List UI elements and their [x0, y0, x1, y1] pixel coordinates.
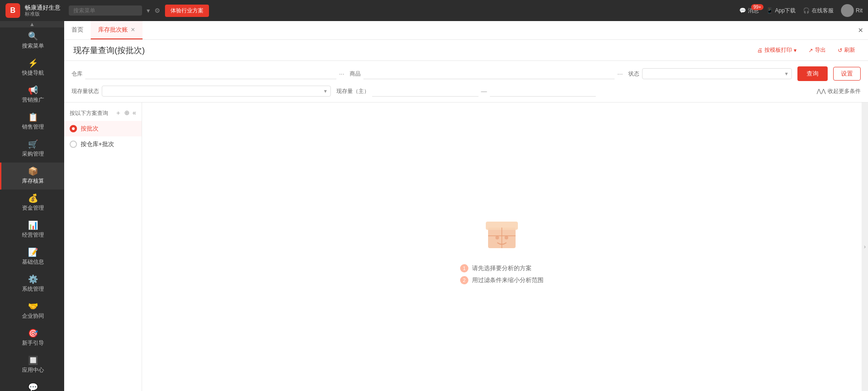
sidebar-item-purchase[interactable]: 🛒 采购管理 — [0, 136, 64, 163]
panel-close-icon[interactable]: ✕ — [858, 27, 863, 34]
scheme-panel-icons: ＋ ⊕ « — [115, 109, 136, 117]
sidebar-item-shortcut[interactable]: ⚡ 快捷导航 — [0, 54, 64, 81]
sidebar-label-finance: 资金管理 — [22, 204, 44, 212]
sidebar-label-shortcut: 快捷导航 — [22, 69, 44, 77]
sidebar-label-basic: 基础信息 — [22, 258, 44, 266]
sidebar-label-search: 搜索菜单 — [22, 42, 44, 50]
inventory-status-label: 现存量状态 — [71, 87, 99, 95]
box-icon: 📦 — [28, 167, 38, 175]
scheme-item-warehouse-batch[interactable]: 按仓库+批次 — [64, 136, 142, 152]
clipboard-icon: 📋 — [28, 113, 38, 121]
print-label: 按模板打印 — [764, 46, 792, 54]
qty-separator: — — [481, 88, 487, 95]
tab-home[interactable]: 首页 — [64, 21, 91, 39]
tab-bar: 首页 库存批次账 ✕ ✕ — [64, 21, 868, 40]
body-area: 按以下方案查询 ＋ ⊕ « 按批次 按仓库+批次 — [64, 103, 868, 391]
refresh-icon: ↺ — [838, 47, 842, 54]
status-select[interactable]: ▾ — [642, 68, 792, 79]
sidebar-item-operations[interactable]: 📊 经营管理 — [0, 217, 64, 244]
sidebar-item-enterprise[interactable]: 🤝 企业协同 — [0, 298, 64, 325]
filter-row-1: 仓库 ··· 商品 ··· 状态 ▾ 查询 设置 — [71, 66, 861, 81]
sidebar-item-search[interactable]: 🔍 搜索菜单 — [0, 27, 64, 54]
warehouse-field: 仓库 ··· — [71, 69, 344, 79]
messages-button[interactable]: 💬 消息 99+ — [739, 7, 759, 15]
tab-inventory-batch[interactable]: 库存批次账 ✕ — [91, 21, 143, 39]
sidebar-item-system[interactable]: ⚙️ 系统管理 — [0, 271, 64, 298]
content-area: 首页 库存批次账 ✕ ✕ 现存量查询(按批次) 🖨 按模板打印 ▾ ↗ — [64, 21, 868, 391]
sidebar-item-wechat[interactable]: 💬 企业微信 — [0, 379, 64, 391]
sidebar-label-purchase: 采购管理 — [22, 150, 44, 158]
manage-scheme-icon[interactable]: ⊕ — [124, 109, 130, 117]
grid-icon: 🔲 — [28, 356, 38, 364]
warehouse-more-icon[interactable]: ··· — [339, 70, 345, 77]
app-download-button[interactable]: 📱 App下载 — [766, 7, 796, 15]
topbar: B 畅康通好生意 标准版 ▾ ⚙ 体验行业方案 💬 消息 99+ 📱 App下载… — [0, 0, 868, 21]
status-dropdown-icon: ▾ — [785, 71, 788, 77]
try-industry-button[interactable]: 体验行业方案 — [165, 5, 209, 17]
search-dropdown-icon[interactable]: ▾ — [147, 7, 150, 14]
tab-close-icon[interactable]: ✕ — [131, 27, 135, 33]
inventory-status-field: 现存量状态 ▾ — [71, 86, 331, 97]
sidebar: ▲ 🔍 搜索菜单 ⚡ 快捷导航 📢 营销推广 📋 销售管理 🛒 采购管理 📦 库… — [0, 21, 64, 391]
sidebar-item-appstore[interactable]: 🔲 应用中心 — [0, 352, 64, 379]
sidebar-label-appstore: 应用中心 — [22, 366, 44, 374]
scheme-item-batch[interactable]: 按批次 — [64, 121, 142, 136]
megaphone-icon: 📢 — [28, 86, 38, 94]
query-button[interactable]: 查询 — [797, 66, 828, 81]
main-layout: ▲ 🔍 搜索菜单 ⚡ 快捷导航 📢 营销推广 📋 销售管理 🛒 采购管理 📦 库… — [0, 21, 868, 391]
settings-button[interactable]: 设置 — [833, 67, 861, 81]
app-logo: B — [5, 3, 20, 18]
warehouse-label: 仓库 — [71, 70, 82, 78]
page-header-actions: 🖨 按模板打印 ▾ ↗ 导出 ↺ 刷新 — [753, 44, 859, 56]
sidebar-item-finance[interactable]: 💰 资金管理 — [0, 190, 64, 217]
collapse-scheme-icon[interactable]: « — [132, 109, 136, 117]
gear-icon: ⚙️ — [28, 275, 38, 283]
warehouse-input[interactable] — [85, 69, 336, 79]
search-input[interactable] — [69, 5, 142, 16]
inventory-qty-label: 现存量（主） — [336, 87, 369, 95]
scheme-dot-gray — [70, 141, 77, 148]
search-icon: 🔍 — [28, 32, 38, 40]
page-title: 现存量查询(按批次) — [73, 45, 145, 56]
print-button[interactable]: 🖨 按模板打印 ▾ — [753, 44, 800, 56]
inventory-status-select[interactable]: ▾ — [102, 86, 331, 97]
refresh-button[interactable]: ↺ 刷新 — [834, 44, 859, 56]
collapse-button[interactable]: ⋀⋀ 收起更多条件 — [817, 87, 861, 95]
sidebar-item-marketing[interactable]: 📢 营销推广 — [0, 81, 64, 109]
online-support-label: 在线客服 — [812, 7, 834, 15]
sidebar-label-system: 系统管理 — [22, 285, 44, 293]
product-field: 商品 ··· — [350, 69, 622, 79]
printer-icon: 🖨 — [757, 47, 763, 54]
tip-num-2: 2 — [460, 276, 468, 284]
inventory-qty-min-input[interactable] — [372, 86, 478, 97]
sidebar-label-marketing: 营销推广 — [22, 96, 44, 104]
sidebar-item-basic[interactable]: 📝 基础信息 — [0, 244, 64, 271]
export-button[interactable]: ↗ 导出 — [805, 44, 830, 56]
add-scheme-icon[interactable]: ＋ — [115, 109, 121, 117]
filter-row-2: 现存量状态 ▾ 现存量（主） — ⋀⋀ 收起更多条件 — [71, 86, 861, 97]
right-collapse-panel[interactable]: › — [862, 103, 868, 391]
user-menu-button[interactable]: Rit — [841, 4, 863, 17]
sidebar-scroll-up[interactable]: ▲ — [0, 21, 64, 27]
sidebar-item-sales[interactable]: 📋 销售管理 — [0, 109, 64, 136]
sidebar-label-inventory: 库存核算 — [22, 177, 44, 185]
online-support-button[interactable]: 🎧 在线客服 — [803, 7, 834, 15]
inventory-qty-max-input[interactable] — [490, 86, 596, 97]
money-icon: 💰 — [28, 194, 38, 202]
scheme-dot-inner — [72, 127, 75, 130]
scheme-panel-header: 按以下方案查询 ＋ ⊕ « — [64, 107, 142, 121]
username-label: Rit — [856, 7, 863, 14]
sidebar-item-newbie[interactable]: 🎯 新手引导 — [0, 325, 64, 352]
cart-icon: 🛒 — [28, 140, 38, 148]
svg-point-5 — [505, 236, 508, 239]
headset-icon: 🎧 — [803, 7, 810, 14]
sidebar-item-inventory[interactable]: 📦 库存核算 — [0, 163, 64, 190]
print-dropdown-icon: ▾ — [794, 47, 797, 54]
app-download-icon: 📱 — [766, 7, 773, 14]
product-more-icon[interactable]: ··· — [617, 70, 623, 77]
tip-text-1: 请先选择要分析的方案 — [472, 264, 532, 272]
target-icon: 🎯 — [28, 329, 38, 337]
scheme-dot-filled — [70, 125, 77, 132]
product-input[interactable] — [363, 69, 615, 79]
settings-icon[interactable]: ⚙ — [154, 7, 160, 14]
